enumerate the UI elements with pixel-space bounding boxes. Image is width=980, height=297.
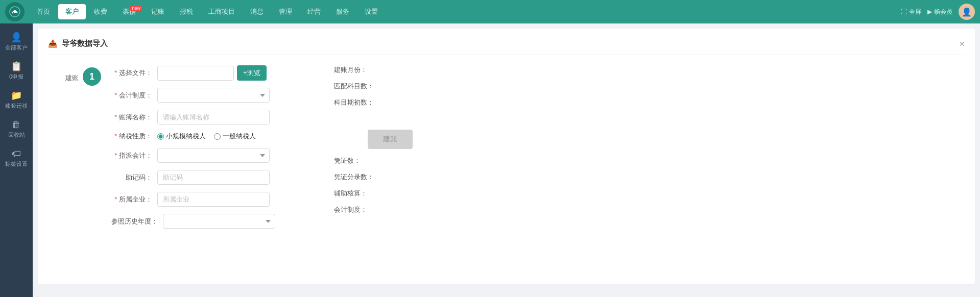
build-account-button[interactable]: 建账 — [368, 130, 413, 149]
build-account-label: 建账 — [48, 73, 79, 83]
content-area: 📥 导爷数据导入 × 建账 1 — [33, 23, 980, 297]
voucher-entries-label: 凭证分录数： — [334, 172, 375, 182]
form-fields: * 选择文件： +浏览 * — [111, 65, 314, 229]
account-migration-icon: 📁 — [11, 91, 22, 100]
tax-type-small[interactable]: 小规模纳税人 — [157, 132, 206, 141]
subjects-init-row: 科目期初数： — [334, 98, 446, 107]
vouchers-row: 凭证数： — [334, 156, 446, 165]
tax-type-small-radio[interactable] — [157, 133, 164, 140]
match-subjects-label: 匹配科目数： — [334, 82, 375, 91]
tax-type-row: * 纳税性质： 小规模纳税人 — [111, 132, 314, 141]
build-month-row: 建账月份： — [334, 65, 446, 75]
tax-type-general-radio[interactable] — [214, 133, 221, 140]
right-accounting-system-row: 会计制度： — [334, 205, 446, 214]
aux-row: 辅助核算： — [334, 189, 446, 198]
sidebar-item-account-migration[interactable]: 📁 账套迁移 — [2, 87, 31, 114]
file-row: * 选择文件： +浏览 — [111, 65, 314, 81]
memo-row: 助记码： — [111, 170, 314, 185]
form-step-1: 建账 1 * 选择文件： — [48, 65, 314, 229]
ledger-name-input[interactable] — [157, 110, 270, 125]
company-label: * 所属企业： — [111, 195, 152, 204]
accountant-select[interactable] — [157, 148, 270, 163]
nav-items: 首页 客户 收费 票据 new 记账 报税 工商项目 消息 管理 经营 服务 设… — [30, 4, 901, 19]
form-container: 建账 1 * 选择文件： — [48, 65, 965, 234]
subjects-init-label: 科目期初数： — [334, 98, 375, 107]
sidebar-item-zero-declaration[interactable]: 📋 0申报 — [2, 58, 31, 85]
nav-fees[interactable]: 收费 — [87, 4, 114, 19]
browse-button[interactable]: +浏览 — [237, 65, 267, 81]
history-year-select[interactable] — [163, 214, 275, 229]
file-label: * 选择文件： — [111, 68, 152, 78]
form-left: 建账 1 * 选择文件： — [48, 65, 314, 234]
vouchers-label: 凭证数： — [334, 156, 375, 165]
top-navigation: 首页 客户 收费 票据 new 记账 报税 工商项目 消息 管理 经营 服务 设… — [0, 0, 980, 23]
sidebar-item-recycle[interactable]: 🗑 回收站 — [2, 116, 31, 143]
nav-messages[interactable]: 消息 — [243, 4, 271, 19]
nav-settings[interactable]: 设置 — [357, 4, 385, 19]
accountant-label: * 指派会计： — [111, 151, 152, 160]
page-card: 📥 导爷数据导入 × 建账 1 — [38, 29, 975, 284]
build-month-label: 建账月份： — [334, 65, 375, 75]
fullscreen-button[interactable]: ⛶ 全屏 — [901, 8, 921, 16]
vip-button[interactable]: ▶ 畅会员 — [927, 8, 952, 16]
ledger-name-label: * 账簿名称： — [111, 113, 152, 122]
accounting-system-select[interactable] — [157, 88, 270, 103]
nav-management[interactable]: 管理 — [272, 4, 299, 19]
accounting-system-row: * 会计制度： — [111, 88, 314, 103]
accounting-system-label: * 会计制度： — [111, 91, 152, 100]
nav-right-area: ⛶ 全屏 ▶ 畅会员 👤 — [901, 4, 975, 20]
company-row: * 所属企业： — [111, 192, 314, 207]
nav-invoices[interactable]: 票据 new — [115, 4, 143, 19]
tax-type-general[interactable]: 一般纳税人 — [214, 132, 256, 141]
recycle-icon: 🗑 — [12, 120, 21, 129]
sidebar-item-tag-settings[interactable]: 🏷 标签设置 — [2, 145, 31, 172]
nav-bookkeeping[interactable]: 记账 — [144, 4, 172, 19]
page-title-bar: 📥 导爷数据导入 — [48, 39, 965, 55]
app-logo — [5, 2, 25, 21]
ledger-name-row: * 账簿名称： — [111, 110, 314, 125]
page-title: 导爷数据导入 — [62, 39, 108, 48]
step-badge-1: 1 — [83, 67, 101, 86]
nav-tax[interactable]: 报税 — [173, 4, 200, 19]
nav-home[interactable]: 首页 — [30, 4, 57, 19]
file-text-input[interactable] — [157, 66, 234, 81]
tag-settings-icon: 🏷 — [12, 149, 21, 158]
nav-customers[interactable]: 客户 — [58, 4, 86, 19]
import-icon: 📥 — [48, 39, 58, 48]
voucher-entries-row: 凭证分录数： — [334, 172, 446, 182]
memo-input[interactable] — [157, 170, 270, 185]
new-badge: new — [130, 5, 142, 11]
sidebar: 👤 全部客户 📋 0申报 📁 账套迁移 🗑 回收站 🏷 标签设置 — [0, 23, 33, 297]
zero-declaration-icon: 📋 — [11, 62, 22, 71]
history-year-label: 参照历史年度： — [111, 217, 158, 226]
all-customers-icon: 👤 — [11, 33, 22, 42]
tax-type-label: * 纳税性质： — [111, 132, 152, 141]
nav-operations[interactable]: 经营 — [300, 4, 328, 19]
close-button[interactable]: × — [959, 39, 965, 50]
tax-type-radio-group: 小规模纳税人 一般纳税人 — [157, 132, 256, 141]
nav-services[interactable]: 服务 — [329, 4, 356, 19]
main-layout: 👤 全部客户 📋 0申报 📁 账套迁移 🗑 回收站 🏷 标签设置 📥 导爷数据导… — [0, 23, 980, 297]
history-year-row: 参照历史年度： — [111, 214, 314, 229]
accountant-row: * 指派会计： — [111, 148, 314, 163]
file-input-group: +浏览 — [157, 65, 267, 81]
aux-label: 辅助核算： — [334, 189, 375, 198]
nav-business[interactable]: 工商项目 — [201, 4, 242, 19]
right-accounting-system-label: 会计制度： — [334, 205, 375, 214]
svg-point-1 — [14, 11, 16, 13]
match-subjects-row: 匹配科目数： — [334, 82, 446, 91]
form-right: 建账月份： 匹配科目数： 科目期初数： 建账 凭证 — [334, 65, 446, 234]
memo-label: 助记码： — [111, 173, 152, 182]
company-input[interactable] — [157, 192, 270, 207]
user-avatar[interactable]: 👤 — [959, 4, 975, 20]
sidebar-item-all-customers[interactable]: 👤 全部客户 — [2, 29, 31, 56]
